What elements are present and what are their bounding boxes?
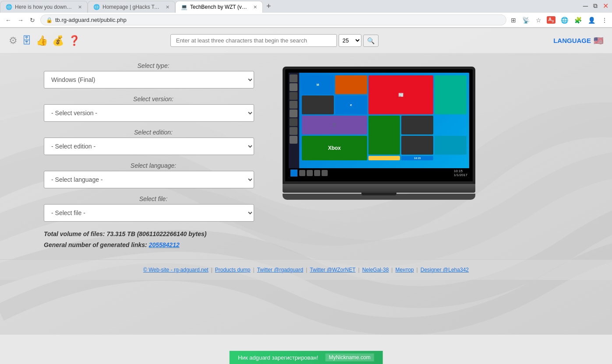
search-area: 25 50 100 🔍 xyxy=(170,34,379,47)
win-tb-1 xyxy=(299,170,305,176)
profile-icon[interactable]: 👤 xyxy=(587,16,596,25)
edition-label: Select edition: xyxy=(44,129,263,136)
tab-1-label: Here is how you download any W... xyxy=(15,4,73,10)
form-section: Select type: Windows (Final) Windows (Pr… xyxy=(44,62,263,251)
win-tile-14: 10:15 xyxy=(401,156,433,160)
file-select[interactable]: - Select file - xyxy=(44,204,254,222)
win-tile-3: 📰 xyxy=(368,75,434,114)
flag-icon: 🇺🇸 xyxy=(594,36,603,46)
database-icon[interactable]: 🗄 xyxy=(22,35,32,46)
win-clock: 10:151/1/2017 xyxy=(454,169,467,177)
win-tile-7: 🎵 xyxy=(302,116,367,134)
win-start-button xyxy=(290,170,297,177)
search-button[interactable]: 🔍 xyxy=(363,35,379,47)
url-box[interactable]: 🔒 tb.rg-adguard.net/public.php xyxy=(40,14,506,25)
win-sidebar-icon-5 xyxy=(290,110,297,117)
like-icon[interactable]: 👍 xyxy=(36,35,48,46)
win-tile-11 xyxy=(401,136,433,155)
footer-link-twitter-wzor[interactable]: Twitter @WZorNET xyxy=(310,267,355,273)
laptop-base xyxy=(283,184,475,193)
page-content: ⚙ 🗄 👍 💰 ❓ 25 50 100 🔍 LANGUAGE 🇺🇸 Select… xyxy=(0,28,612,335)
site-icons: ⚙ 🗄 👍 💰 ❓ xyxy=(9,35,80,46)
win-tb-2 xyxy=(307,170,313,176)
win-tile-8 xyxy=(368,116,400,155)
extensions-icon[interactable]: ⊞ xyxy=(510,16,517,25)
laptop-section: M 📰 e 🎵 Xbox xyxy=(280,62,478,200)
footer-sep-1: | xyxy=(211,267,212,273)
tab-3-close[interactable]: ✕ xyxy=(253,4,257,10)
bookmark-icon[interactable]: ☆ xyxy=(535,16,542,25)
tab-1-favicon: 🌐 xyxy=(6,4,12,10)
window-controls: ─ ⧉ ✕ xyxy=(583,2,612,13)
win-main-area: M 📰 e 🎵 Xbox xyxy=(299,73,469,168)
win-tb-3 xyxy=(314,170,320,176)
tab-1[interactable]: 🌐 Here is how you download any W... ✕ xyxy=(0,1,88,13)
forward-button[interactable]: → xyxy=(16,16,25,25)
win-tile-1: M xyxy=(302,75,334,94)
tab-1-close[interactable]: ✕ xyxy=(78,4,82,10)
extensions2-icon[interactable]: 🧩 xyxy=(573,16,583,25)
win-tile-5 xyxy=(302,95,334,114)
count-select[interactable]: 25 50 100 xyxy=(339,34,361,47)
win-sidebar xyxy=(289,73,299,168)
links-label: General number of generated links: xyxy=(44,241,147,248)
laptop-screen: M 📰 e 🎵 Xbox xyxy=(289,73,469,178)
win-sidebar-icon-1 xyxy=(290,74,297,82)
win-sidebar-icon-6 xyxy=(290,118,297,126)
language-select[interactable]: - Select language - xyxy=(44,171,254,188)
version-select[interactable]: - Select version - xyxy=(44,104,254,122)
tab-2-favicon: 🌐 xyxy=(93,4,100,10)
reload-button[interactable]: ↻ xyxy=(28,16,37,25)
language-text: LANGUAGE xyxy=(553,37,591,44)
footer: © Web-site - rg-adguard.net | Products d… xyxy=(0,259,612,280)
close-button[interactable]: ✕ xyxy=(603,2,608,10)
money-icon[interactable]: 💰 xyxy=(52,35,64,46)
browser-chrome: 🌐 Here is how you download any W... ✕ 🌐 … xyxy=(0,0,612,28)
translate-icon[interactable]: 🌐 xyxy=(560,16,569,25)
address-bar: ← → ↻ 🔒 tb.rg-adguard.net/public.php ⊞ 📡… xyxy=(0,13,612,28)
stats-section: Total volume of files: 73.315 TB (806110… xyxy=(44,229,263,251)
footer-link-mentor[interactable]: Ментор xyxy=(395,267,414,273)
win-taskbar: 10:151/1/2017 xyxy=(289,168,469,178)
footer-link-nelegral[interactable]: NeleGal-38 xyxy=(362,267,389,273)
tab-3[interactable]: 💻 TechBench by WZT (v4.1.1) ✕ xyxy=(175,1,263,13)
footer-sep-6: | xyxy=(417,267,418,273)
cast-icon[interactable]: 📡 xyxy=(521,16,531,25)
footer-link-products[interactable]: Products dump xyxy=(215,267,251,273)
type-group: Select type: Windows (Final) Windows (Pr… xyxy=(44,62,263,88)
win-tb-4 xyxy=(322,170,328,176)
win-taskbar-icons xyxy=(299,170,328,176)
tab-2-close[interactable]: ✕ xyxy=(166,4,170,10)
footer-copyright[interactable]: © Web-site - rg-adguard.net xyxy=(143,267,209,273)
laptop-image: M 📰 e 🎵 Xbox xyxy=(283,67,475,200)
menu-icon[interactable]: ⋮ xyxy=(601,16,608,25)
type-select[interactable]: Windows (Final) Windows (Preview) Office… xyxy=(44,71,254,88)
win-sidebar-icon-3 xyxy=(290,92,297,100)
win-tile-12 xyxy=(435,136,467,155)
edition-select[interactable]: - Select edition - xyxy=(44,138,254,155)
total-files-line: Total volume of files: 73.315 TB (806110… xyxy=(44,229,263,240)
gear-icon[interactable]: ⚙ xyxy=(9,35,18,46)
language-group: Select language: - Select language - xyxy=(44,162,263,188)
win-sidebar-icon-7 xyxy=(290,127,297,135)
notification-bar: Ник adguard зарегистрирован! MyNickname.… xyxy=(229,351,382,364)
new-tab-button[interactable]: + xyxy=(263,0,275,13)
tab-2-label: Homepage | gHacks Technology... xyxy=(103,4,160,10)
minimize-button[interactable]: ─ xyxy=(583,2,588,10)
tab-2[interactable]: 🌐 Homepage | gHacks Technology... ✕ xyxy=(88,1,175,13)
adguard-badge[interactable]: A3 xyxy=(547,16,555,24)
total-label: Total volume of files: xyxy=(44,230,105,237)
help-icon[interactable]: ❓ xyxy=(68,35,80,46)
edition-group: Select edition: - Select edition - xyxy=(44,129,263,155)
win-sidebar-icon-8 xyxy=(290,136,297,144)
footer-link-twitter-rg[interactable]: Twitter @rgadguard xyxy=(257,267,304,273)
restore-button[interactable]: ⧉ xyxy=(593,2,598,10)
links-line: General number of generated links: 20558… xyxy=(44,240,263,251)
notification-text: Ник adguard зарегистрирован! xyxy=(238,354,318,361)
back-button[interactable]: ← xyxy=(4,16,13,25)
language-label[interactable]: LANGUAGE 🇺🇸 xyxy=(553,36,603,46)
search-input[interactable] xyxy=(170,34,337,47)
windows-desktop: M 📰 e 🎵 Xbox xyxy=(289,73,469,168)
links-value[interactable]: 205584212 xyxy=(149,241,180,248)
footer-link-designer[interactable]: Designer @Leha342 xyxy=(421,267,469,273)
